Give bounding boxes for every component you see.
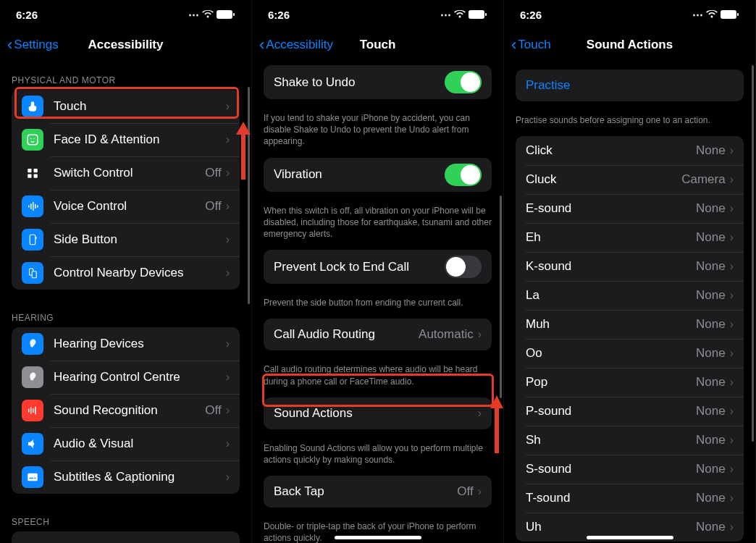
row-sound-recognition[interactable]: Sound Recognition Off ›: [12, 394, 240, 427]
row-prevent-lock[interactable]: Prevent Lock to End Call: [264, 250, 492, 284]
row-shake-to-undo[interactable]: Shake to Undo: [264, 65, 492, 99]
chevron-right-icon: ›: [478, 407, 482, 420]
back-button[interactable]: ‹ Accessibility: [259, 35, 333, 54]
row-sound-click[interactable]: ClickNone›: [516, 136, 744, 165]
chevron-right-icon: ›: [226, 100, 230, 113]
svg-rect-1: [233, 13, 235, 16]
row-value: Automatic: [419, 327, 474, 342]
prevent-lock-group: Prevent Lock to End Call: [264, 250, 492, 284]
row-side-button[interactable]: Side Button ›: [12, 223, 240, 256]
status-right: ⋯: [188, 8, 235, 21]
cellular-icon: ⋯: [188, 8, 199, 21]
chevron-right-icon: ›: [730, 492, 734, 505]
prevent-lock-toggle[interactable]: [445, 256, 482, 278]
svg-rect-17: [32, 272, 36, 278]
chevron-right-icon: ›: [226, 266, 230, 279]
row-label: S-sound: [526, 462, 696, 476]
row-label: La: [526, 288, 696, 303]
back-tap-group: Back Tap Off ›: [264, 476, 492, 508]
scrollbar[interactable]: [248, 87, 250, 304]
nav-title: Sound Actions: [587, 38, 673, 52]
svg-rect-22: [28, 473, 38, 481]
row-voice-control[interactable]: Voice Control Off ›: [12, 190, 240, 223]
back-button[interactable]: ‹ Touch: [511, 35, 551, 54]
screen-sound-actions: 6:26 ⋯ ‹ Touch Sound Actions Practise Pr…: [504, 0, 756, 543]
chevron-right-icon: ›: [226, 371, 230, 384]
row-touch[interactable]: Touch ›: [12, 90, 240, 123]
chevron-right-icon: ›: [730, 318, 734, 331]
battery-icon: [469, 10, 487, 19]
row-sound-pop[interactable]: PopNone›: [516, 368, 744, 397]
row-value: None: [696, 317, 726, 332]
row-label: Control Nearby Devices: [54, 266, 226, 280]
row-live-speech[interactable]: Live Speech Off ›: [12, 531, 240, 543]
svg-rect-15: [36, 237, 37, 239]
scrollbar[interactable]: [752, 65, 754, 442]
live-speech-icon: [22, 537, 43, 543]
hearing-control-icon: [22, 366, 43, 388]
row-back-tap[interactable]: Back Tap Off ›: [264, 476, 492, 508]
wifi-icon: [706, 10, 718, 19]
chevron-right-icon: ›: [226, 437, 230, 450]
row-label: Touch: [54, 99, 226, 114]
row-practise[interactable]: Practise: [516, 70, 744, 101]
vibration-toggle[interactable]: [445, 164, 482, 186]
row-sound-tsound[interactable]: T-soundNone›: [516, 484, 744, 513]
status-time: 6:26: [16, 9, 38, 21]
row-sound-ssound[interactable]: S-soundNone›: [516, 455, 744, 484]
row-faceid[interactable]: Face ID & Attention ›: [12, 123, 240, 156]
row-sound-la[interactable]: LaNone›: [516, 281, 744, 310]
chevron-right-icon: ›: [730, 173, 734, 186]
home-indicator[interactable]: [587, 536, 673, 539]
chevron-right-icon: ›: [478, 485, 482, 498]
row-sound-actions[interactable]: Sound Actions ›: [264, 397, 492, 429]
row-sound-psound[interactable]: P-soundNone›: [516, 397, 744, 426]
row-sound-cluck[interactable]: CluckCamera›: [516, 165, 744, 194]
svg-rect-5: [28, 169, 31, 172]
row-hearing-control-centre[interactable]: Hearing Control Centre ›: [12, 361, 240, 394]
back-button[interactable]: ‹ Settings: [7, 35, 59, 54]
section-header-physical: PHYSICAL AND MOTOR: [0, 61, 251, 90]
row-audio-visual[interactable]: Audio & Visual ›: [12, 427, 240, 460]
row-value: None: [696, 288, 726, 303]
row-sound-oo[interactable]: OoNone›: [516, 339, 744, 368]
row-value: None: [696, 230, 726, 245]
row-label: Hearing Control Centre: [54, 370, 226, 384]
chevron-right-icon: ›: [730, 231, 734, 244]
scrollbar[interactable]: [500, 195, 502, 398]
row-switch-control[interactable]: Switch Control Off ›: [12, 156, 240, 190]
row-subtitles[interactable]: Subtitles & Captioning ›: [12, 460, 240, 494]
row-sound-esound[interactable]: E-soundNone›: [516, 194, 744, 223]
row-label: Hearing Devices: [54, 337, 226, 351]
sound-actions-footnote: Enabling Sound Actions will allow you to…: [252, 438, 503, 476]
row-label: Shake to Undo: [274, 75, 445, 90]
svg-point-4: [34, 138, 35, 140]
chevron-right-icon: ›: [730, 434, 734, 447]
vibration-group: Vibration: [264, 158, 492, 192]
row-call-audio[interactable]: Call Audio Routing Automatic ›: [264, 319, 492, 350]
row-value: Off: [205, 166, 221, 180]
row-label: P-sound: [526, 404, 696, 418]
row-sound-sh[interactable]: ShNone›: [516, 426, 744, 455]
home-indicator[interactable]: [335, 536, 421, 539]
row-sound-eh[interactable]: EhNone›: [516, 223, 744, 252]
row-label: Sh: [526, 433, 696, 447]
row-sound-ksound[interactable]: K-soundNone›: [516, 252, 744, 281]
svg-rect-35: [737, 13, 739, 16]
physical-group: Touch › Face ID & Attention › Switch Con…: [12, 90, 240, 290]
row-label: Switch Control: [54, 166, 205, 180]
hearing-devices-icon: [22, 333, 43, 355]
svg-rect-6: [34, 169, 38, 172]
hearing-group: Hearing Devices › Hearing Control Centre…: [12, 327, 240, 494]
chevron-right-icon: ›: [730, 202, 734, 215]
row-control-nearby[interactable]: Control Nearby Devices ›: [12, 256, 240, 290]
screen-touch: 6:26 ⋯ ‹ Accessibility Touch Shake to Un…: [252, 0, 504, 543]
row-vibration[interactable]: Vibration: [264, 158, 492, 192]
svg-rect-13: [37, 206, 38, 208]
svg-rect-10: [30, 203, 32, 209]
row-sound-muh[interactable]: MuhNone›: [516, 310, 744, 339]
shake-toggle[interactable]: [445, 71, 482, 93]
status-bar: 6:26 ⋯: [504, 0, 755, 29]
chevron-right-icon: ›: [226, 233, 230, 246]
row-hearing-devices[interactable]: Hearing Devices ›: [12, 327, 240, 361]
